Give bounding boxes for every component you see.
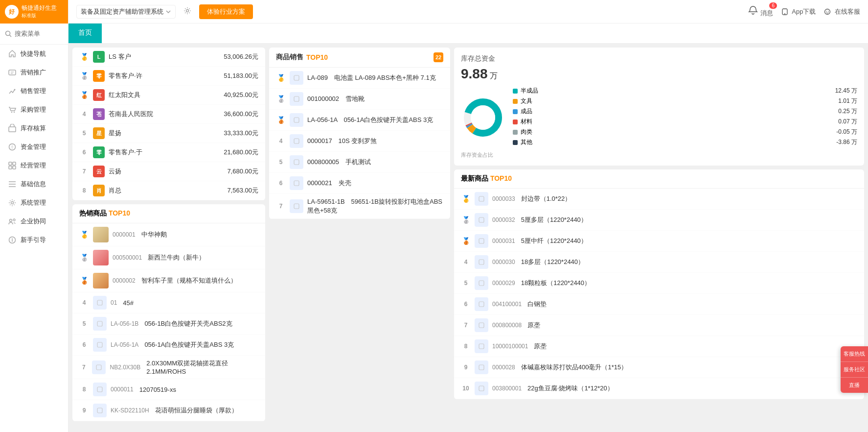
svg-rect-41 bbox=[479, 196, 484, 201]
hot-item-6: 6 LA-056-1A 056-1A白色按键开关盖ABS 3克 bbox=[72, 335, 265, 356]
sales-icon bbox=[8, 87, 17, 96]
customer-name-2: 零售客户·许 bbox=[109, 72, 220, 80]
prod-rank-num-1: 🥇 bbox=[276, 74, 286, 82]
customer-value-5: 33,333.00元 bbox=[224, 129, 258, 138]
sidebar-item-marketing[interactable]: 营销推广 bbox=[0, 63, 68, 82]
sidebar-item-sales[interactable]: 销售管理 bbox=[0, 82, 68, 100]
newest-products-header: 最新商品 TOP10 bbox=[454, 169, 864, 189]
sidebar-label-marketing: 营销推广 bbox=[21, 68, 46, 77]
legend-item-semifinished: 半成品 12.45 万 bbox=[513, 87, 857, 95]
hot-img-1 bbox=[93, 227, 109, 242]
sidebar-item-purchase[interactable]: 采购管理 bbox=[0, 100, 68, 119]
hot-rank-7: 7 bbox=[79, 364, 88, 371]
tab-home[interactable]: 首页 bbox=[69, 24, 102, 43]
hot-name-3: 智利车子里（规格不知道填什么） bbox=[141, 276, 237, 285]
topbar: 装备及固定资产辅助管理系统 体验行业方案 6 消息 bbox=[69, 0, 868, 24]
hot-img-3 bbox=[93, 273, 109, 288]
prod-icon-1 bbox=[290, 71, 303, 85]
rank-num-1: 🥇 bbox=[79, 53, 89, 61]
inventory-unit: 万 bbox=[490, 71, 498, 81]
sidebar-label-quick-nav: 快捷导航 bbox=[21, 49, 46, 58]
svg-rect-48 bbox=[479, 344, 484, 349]
sidebar-item-operations[interactable]: 经营管理 bbox=[0, 156, 68, 175]
cs-community-btn[interactable]: 服务社区 bbox=[841, 362, 868, 378]
newest-icon-5 bbox=[475, 276, 488, 290]
online-service-button[interactable]: 在线客服 bbox=[823, 7, 860, 16]
prod-name-7: LA-59651-1B 59651-1B旋转投影灯电池盒ABS黑色+58克 bbox=[307, 197, 443, 215]
hot-prod-icon-6 bbox=[93, 338, 107, 352]
hot-name-6: 056-1A白色按键开关盖ABS 3克 bbox=[144, 340, 234, 349]
hot-prod-icon-8 bbox=[93, 383, 107, 396]
svg-point-21 bbox=[828, 11, 829, 12]
prod-name-6: 0000021 夹壳 bbox=[307, 179, 443, 188]
customer-avatar-4: 苍 bbox=[93, 108, 105, 120]
customer-rank-item-7: 7 云 云扬 7,680.00元 bbox=[72, 162, 265, 181]
hot-prod-icon-7 bbox=[92, 360, 106, 374]
newest-item-3: 🥉 0000031 5厘中纤（1220*2440） bbox=[454, 231, 864, 252]
newest-code-1: 0000033 bbox=[492, 195, 515, 202]
newest-name-5: 18颗粒板（1220*2440） bbox=[521, 279, 591, 288]
svg-rect-44 bbox=[479, 260, 484, 264]
newest-item-4: 4 0000030 18多层（1220*2440） bbox=[454, 252, 864, 273]
prod-icon-5 bbox=[290, 155, 303, 169]
newest-rank-8: 8 bbox=[461, 343, 471, 350]
sidebar-item-guide[interactable]: 新手引导 bbox=[0, 231, 68, 249]
sidebar-item-corp[interactable]: 企业协同 bbox=[0, 212, 68, 231]
prod-icon-2 bbox=[290, 92, 303, 106]
logo-name: 畅捷通好生意 bbox=[22, 4, 57, 12]
hot-code-4: 01 bbox=[111, 299, 117, 306]
hot-name-7: 2.0X30MM双搓花轴搓花直径2.1MM/ROHS bbox=[146, 359, 258, 375]
prod-rank-num-5: 5 bbox=[276, 159, 286, 166]
sidebar-nav: 快捷导航 营销推广 销售管理 采购管理 bbox=[0, 45, 68, 432]
hot-code-9: KK-SD22110H bbox=[111, 407, 149, 414]
sidebar-item-finance[interactable]: 资金管理 bbox=[0, 138, 68, 156]
hot-name-4: 45# bbox=[123, 299, 134, 307]
customer-avatar-1: L bbox=[93, 51, 105, 63]
cs-hotline-btn[interactable]: 客服热线 bbox=[841, 346, 868, 362]
newest-item-2: 🥈 0000032 5厘多层（1220*2440） bbox=[454, 210, 864, 231]
prod-name-3: LA-056-1A 056-1A白色按键开关盖ABS 3克 bbox=[307, 116, 443, 124]
search-menu-button[interactable]: 搜索菜单 bbox=[5, 27, 63, 40]
sidebar-search-area: 搜索菜单 bbox=[0, 24, 68, 45]
hot-name-8: 12070519-xs bbox=[139, 386, 176, 393]
system-selector[interactable]: 装备及固定资产辅助管理系统 bbox=[76, 5, 176, 19]
sidebar-item-quick-nav[interactable]: 快捷导航 bbox=[0, 45, 68, 63]
newest-icon-10 bbox=[475, 382, 488, 395]
sidebar-item-system[interactable]: 系统管理 bbox=[0, 193, 68, 212]
app-download-button[interactable]: App下载 bbox=[781, 7, 816, 16]
newest-rank-9: 9 bbox=[461, 364, 471, 371]
cs-live-btn[interactable]: 直播 bbox=[841, 378, 868, 393]
customer-value-2: 51,183.00元 bbox=[224, 72, 258, 80]
notification-badge: 6 bbox=[769, 2, 777, 9]
newest-products-card: 最新商品 TOP10 🥇 0000033 封边带（1.0*22） 🥈 00000… bbox=[454, 169, 864, 399]
newest-rank-4: 4 bbox=[461, 259, 471, 265]
legend-label-finished: 成品 bbox=[521, 107, 835, 116]
right-panel: 库存总资金 9.88 万 bbox=[450, 44, 868, 432]
inventory-title: 库存总资金 bbox=[461, 54, 857, 63]
sidebar-item-inventory[interactable]: 库存核算 bbox=[0, 119, 68, 138]
customer-avatar-5: 星 bbox=[93, 127, 105, 139]
rank-num-6: 6 bbox=[79, 149, 89, 156]
customer-rank-item-8: 8 肖 肖总 7,563.00元 bbox=[72, 181, 265, 200]
system-name: 装备及固定资产辅助管理系统 bbox=[81, 7, 163, 16]
rank-num-4: 4 bbox=[79, 111, 89, 118]
legend-item-finished: 成品 0.25 万 bbox=[513, 107, 857, 116]
left-panel: 🥇 L LS 客户 53,006.26元 🥈 零 零售客户·许 51,183.0… bbox=[69, 44, 269, 432]
settings-icon[interactable] bbox=[182, 5, 193, 18]
svg-point-16 bbox=[186, 10, 189, 12]
customer-ranking-card: 🥇 L LS 客户 53,006.26元 🥈 零 零售客户·许 51,183.0… bbox=[72, 48, 265, 200]
prod-icon-6 bbox=[290, 176, 303, 190]
newest-name-9: 体碱嘉枚味苏打饮品400毫升（1*15） bbox=[521, 363, 627, 372]
newest-item-5: 5 0000029 18颗粒板（1220*2440） bbox=[454, 273, 864, 294]
inventory-total-value: 9.88 bbox=[461, 66, 488, 82]
sidebar-item-basics[interactable]: 基础信息 bbox=[0, 175, 68, 193]
notification-button[interactable]: 6 消息 bbox=[748, 5, 774, 18]
home-icon bbox=[8, 49, 17, 58]
trial-button[interactable]: 体验行业方案 bbox=[199, 4, 253, 19]
newest-name-10: 22g鱼豆腐·烧烤味（1*12*20） bbox=[527, 384, 614, 393]
legend-val-finished: 0.25 万 bbox=[838, 107, 857, 116]
customer-avatar-6: 零 bbox=[93, 146, 105, 158]
hot-code-7: NB2.0X30B bbox=[110, 364, 140, 371]
svg-rect-8 bbox=[9, 162, 12, 165]
svg-line-1 bbox=[10, 35, 12, 37]
